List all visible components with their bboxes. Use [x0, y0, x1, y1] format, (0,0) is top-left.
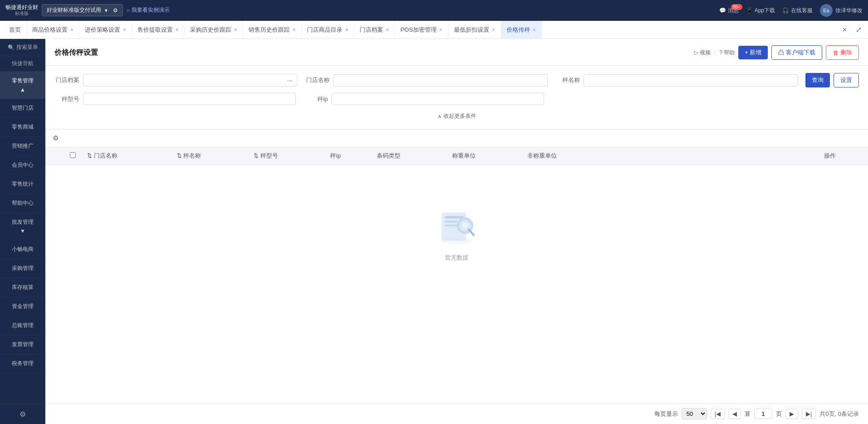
form-row-2: 秤型号 秤ip [54, 93, 859, 105]
tab-purchase-history-close[interactable]: × [234, 27, 237, 33]
app-download-label: App下载 [755, 7, 775, 14]
sidebar-member-label: 会员中心 [12, 161, 34, 169]
tab-purchase-strategy[interactable]: 进价策略设置 × [79, 21, 132, 39]
tab-min-discount-label: 最低折扣设置 [454, 26, 489, 34]
tab-pos-encrypt-close[interactable]: × [439, 27, 443, 33]
last-page-button[interactable]: ▶| [802, 409, 816, 419]
data-table: ⇅ 门店名称 ⇅ 秤名称 ⇅ 秤型号 秤ip [45, 147, 868, 165]
prev-page-button[interactable]: ◀ [728, 409, 741, 419]
video-link[interactable]: ▷ 视频 [694, 49, 711, 57]
sidebar-item-purchase[interactable]: 采购管理 [0, 259, 45, 278]
tab-pos-encrypt-label: POS加密管理 [400, 26, 436, 34]
page-title: 价格传秤设置 [54, 48, 98, 58]
help-link[interactable]: ? 帮助 [719, 49, 735, 57]
app-download-button[interactable]: 📱 App下载 [746, 7, 775, 14]
collapse-label: 收起更多条件 [444, 112, 476, 120]
sidebar-item-inventory[interactable]: 库存核算 [0, 278, 45, 297]
collapse-row: ∧ 收起更多条件 [54, 111, 859, 122]
store-file-input-wrapper: ··· [83, 74, 297, 87]
search-icon: 🔍 [8, 44, 15, 51]
sidebar-item-invoice[interactable]: 发票管理 [0, 335, 45, 354]
tab-sale-history-close[interactable]: × [293, 27, 296, 33]
tab-store-catalog-label: 门店商品目录 [307, 26, 342, 34]
ellipsis-icon[interactable]: ··· [287, 77, 293, 84]
sidebar-quick-nav[interactable]: 快捷导航 [0, 56, 45, 72]
user-area[interactable]: Ea 徐泽华修改 [820, 4, 863, 17]
message-icon: 💬 [719, 7, 726, 14]
sidebar-item-wholesale[interactable]: 批发管理 ▼ [0, 213, 45, 240]
tab-price-scale-close[interactable]: × [533, 27, 536, 33]
help-label: 帮助 [724, 49, 735, 57]
online-service-button[interactable]: 🎧 在线客服 [782, 7, 813, 14]
next-page-button[interactable]: ▶ [785, 409, 798, 419]
th-barcode-type-label: 条码类型 [377, 152, 400, 159]
sidebar-item-retail-mall[interactable]: 零售商城 [0, 118, 45, 137]
tab-store-catalog-close[interactable]: × [345, 27, 348, 33]
sidebar-item-help[interactable]: 帮助中心 [0, 194, 45, 213]
tab-close-button[interactable]: × [840, 25, 849, 35]
tab-purchase-history[interactable]: 采购历史价跟踪 × [185, 21, 243, 39]
collapse-button[interactable]: ∧ 收起更多条件 [438, 112, 476, 120]
tab-store-catalog[interactable]: 门店商品目录 × [302, 21, 354, 39]
product-selector[interactable]: 好业财标准版交付试用 ▾ ⚙ [42, 4, 123, 16]
delete-label: 删除 [840, 48, 852, 57]
sidebar-item-general-ledger[interactable]: 总账管理 [0, 316, 45, 335]
sidebar-item-member[interactable]: 会员中心 [0, 156, 45, 175]
scale-model-input[interactable] [83, 93, 296, 105]
th-scale-name-label: ⇅ 秤名称 [177, 152, 201, 159]
header-actions: ▷ 视频 | ? 帮助 + 新增 凸 客户端下载 🗑 [694, 45, 859, 60]
settings-button[interactable]: 设置 [834, 73, 859, 87]
user-name: 徐泽华修改 [835, 7, 863, 14]
settings-label: 设置 [840, 76, 852, 84]
first-page-button[interactable]: |◀ [711, 409, 725, 419]
tab-price-setting-close[interactable]: × [70, 27, 73, 33]
message-button[interactable]: 💬 消息 99+ [719, 7, 739, 14]
store-file-input[interactable] [88, 77, 287, 84]
table-settings-icon[interactable]: ⚙ [53, 134, 59, 142]
page-title-row: 价格传秤设置 ▷ 视频 | ? 帮助 + 新增 凸 客户端下载 [54, 45, 859, 60]
tab-bar-actions: × ⤢ [840, 24, 864, 35]
tab-price-scale-label: 价格传秤 [507, 26, 530, 34]
download-button[interactable]: 凸 客户端下载 [771, 45, 822, 60]
sidebar-retail-label: 零售管理 [12, 77, 34, 85]
tab-price-scale[interactable]: 价格传秤 × [501, 21, 542, 39]
tab-min-discount[interactable]: 最低折扣设置 × [449, 21, 501, 39]
sidebar-item-smart-store[interactable]: 智慧门店 [0, 99, 45, 118]
tab-pos-encrypt[interactable]: POS加密管理 × [395, 21, 448, 39]
per-page-select[interactable]: 50 10 20 100 [682, 408, 707, 419]
tab-sale-price[interactable]: 售价提取设置 × [132, 21, 185, 39]
page-input[interactable] [754, 409, 772, 419]
query-button[interactable]: 查询 [805, 73, 830, 87]
scale-name-input[interactable] [584, 74, 798, 87]
tab-store-files-close[interactable]: × [386, 27, 389, 33]
tab-expand-button[interactable]: ⤢ [853, 24, 864, 35]
store-name-input[interactable] [333, 74, 548, 87]
avatar: Ea [820, 4, 833, 17]
add-button[interactable]: + 新增 [738, 46, 768, 59]
tab-sale-history[interactable]: 销售历史价跟踪 × [243, 21, 302, 39]
tab-price-setting-label: 商品价格设置 [32, 26, 68, 34]
sidebar: 🔍 搜索菜单 快捷导航 零售管理 ▲ 智慧门店 零售商城 营销推广 会员中心 零… [0, 39, 45, 424]
sidebar-item-marketing[interactable]: 营销推广 [0, 137, 45, 156]
tab-home[interactable]: 首页 [4, 21, 27, 39]
sidebar-item-tax[interactable]: 税务管理 [0, 354, 45, 373]
table-area: ⚙ ⇅ 门店名称 ⇅ 秤名称 [45, 130, 868, 403]
tab-sale-price-close[interactable]: × [176, 27, 179, 33]
delete-button[interactable]: 🗑 删除 [826, 45, 859, 60]
tab-min-discount-close[interactable]: × [492, 27, 495, 33]
select-all-checkbox[interactable] [70, 152, 76, 158]
sidebar-inventory-label: 库存核算 [12, 284, 34, 291]
demo-button[interactable]: ○ 我要看实例演示 [127, 6, 170, 14]
tab-store-files[interactable]: 门店档案 × [354, 21, 395, 39]
sidebar-settings[interactable]: ⚙ [0, 404, 45, 424]
tab-price-setting[interactable]: 商品价格设置 × [27, 21, 79, 39]
th-store-name: ⇅ 门店名称 [82, 147, 171, 165]
sidebar-item-finance[interactable]: 资金管理 [0, 297, 45, 316]
scale-ip-input[interactable] [332, 93, 544, 105]
sidebar-search[interactable]: 🔍 搜索菜单 [0, 39, 45, 56]
sidebar-item-retail[interactable]: 零售管理 ▲ [0, 72, 45, 99]
sidebar-item-retail-stats[interactable]: 零售统计 [0, 175, 45, 194]
tab-purchase-strategy-close[interactable]: × [123, 27, 126, 33]
sidebar-item-xiaochang[interactable]: 小畅电商 [0, 240, 45, 259]
sidebar-finance-label: 资金管理 [12, 303, 34, 310]
